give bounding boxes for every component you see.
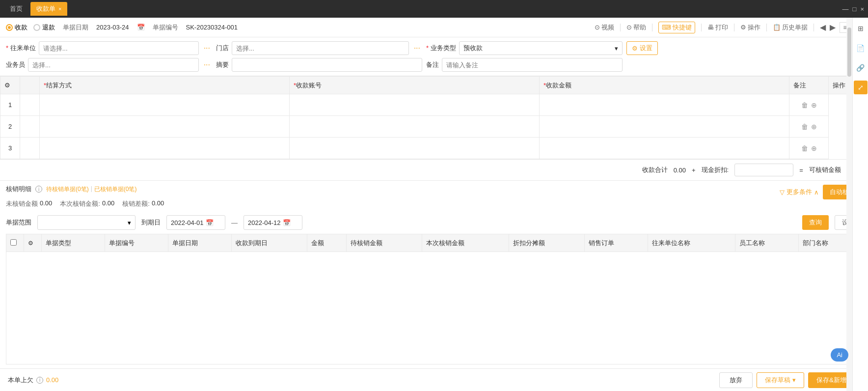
history-icon: 📋 [773,24,781,31]
shop-ellipsis[interactable]: ··· [412,44,422,53]
net-label: 可核销金额 [809,166,841,174]
sidebar-link-icon[interactable]: 🔗 [854,61,868,75]
close-window-icon[interactable]: × [860,5,864,13]
scrollbar[interactable] [846,18,852,391]
row3-settle[interactable] [20,138,40,159]
info-icon[interactable]: i [35,186,42,193]
print-label: 打印 [715,23,728,32]
partner-input[interactable] [39,41,199,55]
row3-copy-icon[interactable]: ⊕ [811,144,817,152]
prev-icon[interactable]: ◀ [820,23,826,32]
radio-receive[interactable]: 收款 [6,23,27,32]
nav-tab-receipt[interactable]: 收款单 × [30,2,67,16]
th-doc-num: 单据编号 [105,234,168,252]
operation-label: 操作 [748,23,760,32]
range-select[interactable]: ▾ [37,215,136,230]
filter-row: 单据范围 ▾ 到期日 2022-04-01 📅 — 2022-04-12 📅 查… [6,215,862,230]
th-staff: 员工名称 [735,234,798,252]
range-dropdown-icon: ▾ [128,219,131,226]
date-separator: — [231,219,238,226]
row1-account[interactable] [40,94,290,116]
video-btn[interactable]: ⊙ 视频 [595,23,614,32]
form-fields: 往来单位 ··· 门店 ··· 业务类型 预收款 ▾ ⚙ 设置 [0,37,868,76]
row1-amount[interactable] [290,94,540,116]
print-btn[interactable]: 🖶 打印 [707,23,728,32]
row3-action: 🗑 ⊕ [789,138,829,159]
sidebar-table-icon[interactable]: ⊞ [854,22,868,35]
row3-account[interactable] [40,138,290,159]
th-row-num [20,77,40,94]
close-tab-icon[interactable]: × [58,6,61,12]
sidebar-expand-icon[interactable]: ⤢ [854,81,868,94]
table-row: 2 🗑 ⊕ [0,116,868,138]
abandon-btn[interactable]: 放弃 [719,372,753,388]
pending-tab[interactable]: 待核销单据(0笔) [46,185,89,194]
minimize-icon[interactable]: — [842,5,849,13]
date-label: 单据日期 [63,23,88,32]
th-settings[interactable]: ⚙ [0,77,20,94]
calendar-icon[interactable]: 📅 [137,24,145,31]
maximize-icon[interactable]: □ [853,5,857,13]
toolbar-actions: ⊙ 视频 ⊙ 帮助 ⌨ 快捷键 🖶 打印 ⚙ 操作 [595,22,862,33]
date-to-input[interactable]: 2022-04-12 📅 [244,215,302,230]
operation-btn[interactable]: ⚙ 操作 [740,23,760,32]
row1-delete-icon[interactable]: 🗑 [801,101,808,109]
summary-input[interactable] [232,58,422,72]
row3-remark[interactable] [540,138,789,159]
row1-copy-icon[interactable]: ⊕ [811,101,817,109]
save-draft-btn[interactable]: 保存草稿 ▾ [757,372,804,388]
done-tab[interactable]: 已核销单据(0笔) [94,185,137,194]
row2-account[interactable] [40,116,290,138]
date-from-value: 2022-04-01 [171,219,204,226]
footer: 本单上欠 i 0.00 放弃 保存草稿 ▾ 保存&新增 ▾ [0,368,868,391]
nav-tab-home[interactable]: 首页 [4,2,28,16]
partner-ellipsis[interactable]: ··· [202,44,212,53]
row3-delete-icon[interactable]: 🗑 [801,144,808,152]
row2-copy-icon[interactable]: ⊕ [811,123,817,131]
ai-badge[interactable]: Ai [831,348,848,362]
date-from-input[interactable]: 2022-04-01 📅 [166,215,225,230]
row-num-3: 3 [0,138,20,159]
more-conditions-btn[interactable]: ▽ 更多条件 ∧ [780,188,819,196]
cal-icon-to: 📅 [283,219,291,226]
table-header-row: ⚙ *结算方式 *收款账号 *收款金额 备注 [0,77,868,94]
row1-settle[interactable] [20,94,40,116]
help-btn[interactable]: ⊙ 帮助 [626,23,646,32]
th-bt-amount: 金额 [307,234,346,252]
th-sales-order: 销售订单 [584,234,648,252]
footer-info-icon[interactable]: i [36,377,43,384]
sidebar-doc-icon[interactable]: 📄 [854,41,868,55]
biz-type-select[interactable]: 预收款 ▾ [459,41,623,55]
row2-amount[interactable] [290,116,540,138]
writeoff-table: ⚙ 单据类型 单据编号 单据日期 收款到期日 金额 待核销金额 本次核销金额 折… [6,234,862,364]
query-btn[interactable]: 查询 [802,215,829,230]
history-btn[interactable]: 📋 历史单据 [773,23,808,32]
remark-input[interactable] [442,58,623,72]
th-discount: 折扣分摊额 [509,234,584,252]
select-all-checkbox[interactable] [10,239,17,246]
staff-ellipsis[interactable]: ··· [202,60,212,69]
shop-input[interactable] [232,41,409,55]
main-area: 收款 退款 单据日期 2023-03-24 📅 单据编号 SK-20230324… [0,18,868,391]
row1-remark[interactable] [540,94,789,116]
settings-button[interactable]: ⚙ 设置 [626,41,658,55]
row3-amount[interactable] [290,138,540,159]
shortcut-btn[interactable]: ⌨ 快捷键 [658,22,695,33]
th-bottom-settings[interactable]: ⚙ [24,234,42,252]
discount-input[interactable] [734,164,793,176]
shop-label: 门店 [216,44,229,53]
due-label: 到期日 [141,218,161,227]
staff-input[interactable] [28,58,199,72]
row2-delete-icon[interactable]: 🗑 [801,123,808,131]
radio-refund[interactable]: 退款 [33,23,55,32]
th-checkbox [6,234,24,252]
next-icon[interactable]: ▶ [830,23,836,32]
settle-header: 结算方式 [46,82,72,89]
row2-settle[interactable] [20,116,40,138]
row2-remark[interactable] [540,116,789,138]
bottom-table-header: ⚙ 单据类型 单据编号 单据日期 收款到期日 金额 待核销金额 本次核销金额 折… [6,234,862,252]
save-draft-label: 保存草稿 [765,376,790,385]
bottom-table-empty-row [6,252,862,364]
current-header: 本次核销金额 [426,239,464,247]
sales-order-header: 销售订单 [589,239,614,247]
